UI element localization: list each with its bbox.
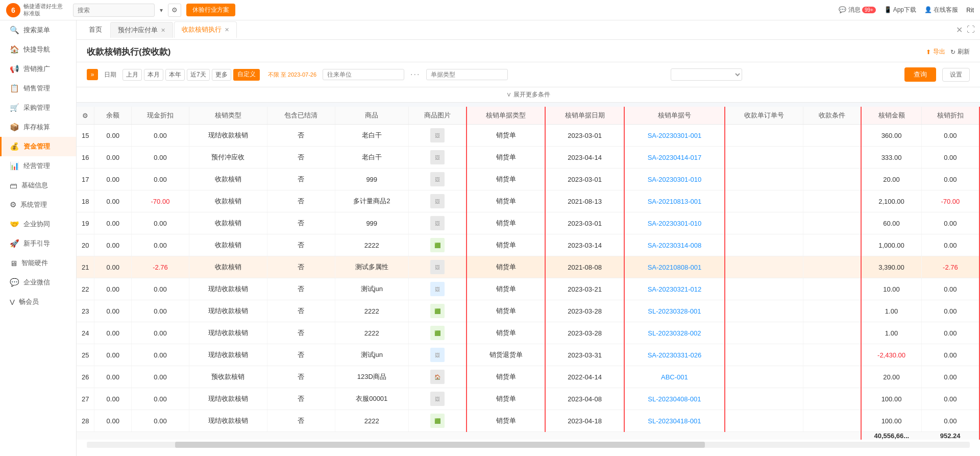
cell-balance: 0.00 bbox=[94, 234, 132, 256]
cell-bill-no[interactable]: SA-20230314-008 bbox=[624, 234, 725, 256]
cell-bill-date: 2023-03-31 bbox=[545, 344, 624, 366]
export-button[interactable]: ⬆ 导出 bbox=[926, 47, 945, 56]
cell-included: 否 bbox=[267, 190, 335, 212]
dropdown-icon[interactable]: ▾ bbox=[160, 7, 163, 14]
tab-verify[interactable]: 收款核销执行 ✕ bbox=[174, 21, 237, 38]
cell-included: 否 bbox=[267, 256, 335, 278]
cell-bill-date: 2023-03-28 bbox=[545, 322, 624, 344]
filter-dots[interactable]: ··· bbox=[410, 70, 420, 79]
sidebar-icon-hardware: 🖥 bbox=[10, 259, 17, 268]
cell-bill-type: 销货单 bbox=[467, 322, 546, 344]
cell-bill-no[interactable]: SL-20230418-001 bbox=[624, 410, 725, 432]
table-row: 28 0.00 0.00 现结收款核销 否 2222 🟩 销货单 2023-04… bbox=[77, 410, 979, 432]
cell-discount: 0.00 bbox=[921, 366, 979, 388]
cell-bill-type: 销货单 bbox=[467, 410, 546, 432]
date-btn-more[interactable]: 更多 bbox=[212, 69, 231, 81]
gear-button[interactable]: ⚙ bbox=[168, 4, 181, 17]
cell-bill-no[interactable]: SA-20210808-001 bbox=[624, 256, 725, 278]
cell-amount: 100.00 bbox=[861, 410, 921, 432]
date-btn-lastmonth[interactable]: 上月 bbox=[122, 69, 142, 81]
query-button[interactable]: 查询 bbox=[904, 67, 936, 82]
cell-verify-type: 现结收款核销 bbox=[189, 125, 267, 147]
date-btn-7days[interactable]: 近7天 bbox=[187, 69, 210, 81]
cell-balance: 0.00 bbox=[94, 410, 132, 432]
cell-order-no bbox=[725, 388, 803, 410]
tab-prepay-close[interactable]: ✕ bbox=[161, 27, 165, 34]
sidebar-item-marketing[interactable]: 📢营销推广 bbox=[0, 59, 76, 79]
sidebar-item-finance[interactable]: 💰资金管理 bbox=[0, 137, 76, 156]
search-input[interactable] bbox=[73, 4, 155, 17]
th-settings[interactable]: ⚙ bbox=[77, 107, 94, 125]
horizontal-scrollbar[interactable] bbox=[87, 442, 970, 448]
sidebar-item-newguide[interactable]: 🚀新手引导 bbox=[0, 234, 76, 253]
cell-bill-no[interactable]: SL-20230408-001 bbox=[624, 388, 725, 410]
cell-bill-no[interactable]: ABC-001 bbox=[624, 366, 725, 388]
sidebar-item-wechat[interactable]: 💬企业微信 bbox=[0, 273, 76, 292]
message-icon[interactable]: 💬 消息 99+ bbox=[839, 6, 876, 14]
sidebar-icon-sales: 📋 bbox=[10, 84, 19, 93]
sidebar-item-system[interactable]: ⚙系统管理 bbox=[0, 195, 76, 214]
cell-payment-terms bbox=[803, 212, 862, 234]
sidebar-item-sales[interactable]: 📋销售管理 bbox=[0, 79, 76, 98]
cell-id: 21 bbox=[77, 256, 94, 278]
settings-button[interactable]: 设置 bbox=[942, 68, 970, 82]
online-service-link[interactable]: 👤 在线客服 bbox=[924, 6, 958, 14]
expand-more-button[interactable]: ∨ 展开更多条件 bbox=[506, 90, 550, 99]
sidebar-icon-finance: 💰 bbox=[10, 142, 19, 151]
cell-cash-discount: -70.00 bbox=[132, 190, 189, 212]
date-btn-thisyear[interactable]: 本年 bbox=[165, 69, 185, 81]
date-btn-custom[interactable]: 自定义 bbox=[233, 69, 260, 81]
th-order-no: 收款单订单号 bbox=[725, 107, 803, 125]
tab-close-all-icon[interactable]: ✕ bbox=[956, 25, 963, 35]
cell-amount: 1,000.00 bbox=[861, 234, 921, 256]
app-download-link[interactable]: 📱 App下载 bbox=[884, 6, 916, 14]
cell-discount: 0.00 bbox=[921, 410, 979, 432]
cell-included: 否 bbox=[267, 278, 335, 300]
cell-payment-terms bbox=[803, 125, 862, 147]
date-btn-thismonth[interactable]: 本月 bbox=[144, 69, 163, 81]
export-icon: ⬆ bbox=[926, 49, 931, 56]
sidebar-icon-inventory: 📦 bbox=[10, 123, 19, 132]
cell-bill-date: 2023-04-18 bbox=[545, 410, 624, 432]
cell-included: 否 bbox=[267, 344, 335, 366]
bill-type-input[interactable] bbox=[426, 69, 508, 80]
sidebar-item-hardware[interactable]: 🖥智能硬件 bbox=[0, 253, 76, 273]
filter-toggle-button[interactable]: » bbox=[87, 69, 98, 80]
cell-discount: -70.00 bbox=[921, 190, 979, 212]
industry-button[interactable]: 休验行业方案 bbox=[186, 4, 235, 16]
cell-bill-no[interactable]: SA-20230301-001 bbox=[624, 125, 725, 147]
user-info: Rit bbox=[966, 7, 974, 14]
cell-bill-no[interactable]: SA-20230301-010 bbox=[624, 169, 725, 190]
sidebar-item-vip[interactable]: V畅会员 bbox=[0, 292, 76, 311]
cell-bill-no[interactable]: SL-20230328-001 bbox=[624, 300, 725, 322]
data-table-area[interactable]: ⚙ 余额 现金折扣 核销类型 包含已结清 商品 商品图片 核销单据类型 核销单据… bbox=[77, 107, 980, 456]
tab-verify-close[interactable]: ✕ bbox=[225, 27, 229, 33]
cell-cash-discount: 0.00 bbox=[132, 278, 189, 300]
from-unit-input[interactable] bbox=[323, 69, 404, 80]
cell-bill-no[interactable]: SA-20230414-017 bbox=[624, 147, 725, 169]
sidebar-item-basic[interactable]: 🗃基础信息 bbox=[0, 176, 76, 195]
cell-bill-no[interactable]: SA-20210813-001 bbox=[624, 190, 725, 212]
tab-bar: 首页 预付冲应付单 ✕ 收款核销执行 ✕ ✕ ⛶ bbox=[77, 20, 980, 40]
tab-expand-icon[interactable]: ⛶ bbox=[967, 25, 975, 35]
tab-home[interactable]: 首页 bbox=[82, 22, 109, 38]
sidebar-item-operation[interactable]: 📊经营管理 bbox=[0, 156, 76, 176]
sidebar-item-inventory[interactable]: 📦库存核算 bbox=[0, 117, 76, 137]
tab-prepay[interactable]: 预付冲应付单 ✕ bbox=[110, 22, 173, 38]
cell-bill-no[interactable]: SA-20230331-026 bbox=[624, 344, 725, 366]
sidebar-item-quicknav[interactable]: 🏠快捷导航 bbox=[0, 40, 76, 59]
cell-bill-no[interactable]: SL-20230328-002 bbox=[624, 322, 725, 344]
cell-payment-terms bbox=[803, 234, 862, 256]
scrollbar-thumb[interactable] bbox=[175, 442, 705, 448]
sidebar-item-search[interactable]: 🔍搜索菜单 bbox=[0, 20, 76, 40]
bill-type-select[interactable] bbox=[671, 68, 742, 81]
cell-order-no bbox=[725, 234, 803, 256]
sidebar-label-quicknav: 快捷导航 bbox=[23, 45, 50, 54]
cell-bill-no[interactable]: SA-20230301-010 bbox=[624, 212, 725, 234]
cell-bill-no[interactable]: SA-20230321-012 bbox=[624, 278, 725, 300]
refresh-button[interactable]: ↻ 刷新 bbox=[950, 47, 970, 56]
sidebar-label-vip: 畅会员 bbox=[19, 297, 39, 306]
sidebar-label-operation: 经营管理 bbox=[23, 161, 50, 171]
sidebar-item-purchase[interactable]: 🛒采购管理 bbox=[0, 98, 76, 117]
sidebar-item-enterprise[interactable]: 🤝企业协同 bbox=[0, 214, 76, 234]
